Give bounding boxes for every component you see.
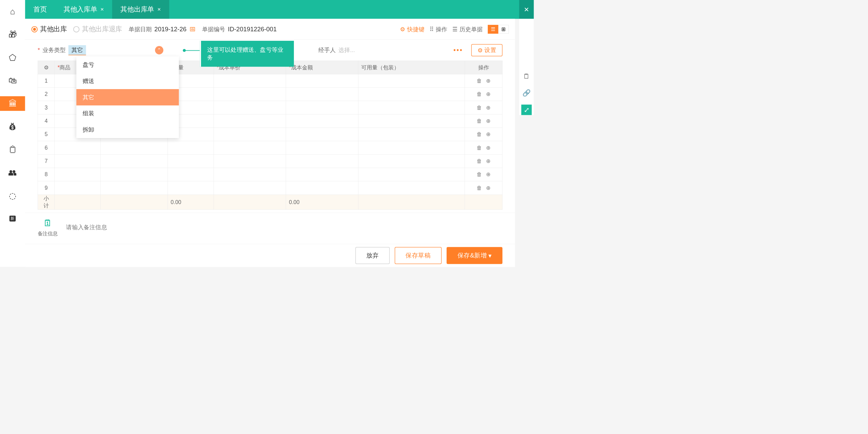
sidebar-dollar[interactable]: ⬠ <box>0 50 25 65</box>
cell-stock-unit[interactable] <box>100 181 167 195</box>
table-row[interactable]: 6🗑︎⊕ <box>38 141 502 154</box>
operation-link[interactable]: ⠿操作 <box>430 25 447 33</box>
add-icon[interactable]: ⊕ <box>486 91 491 98</box>
radio-other-out-return[interactable]: 其他出库退库 <box>73 24 122 34</box>
delete-icon[interactable]: 🗑︎ <box>477 118 482 124</box>
cell-cost-price[interactable] <box>214 74 286 87</box>
cell-cost-amount[interactable] <box>286 101 358 114</box>
radio-other-out[interactable]: 其他出库 <box>31 24 67 34</box>
cell-product[interactable] <box>54 141 100 154</box>
cell-available[interactable] <box>358 154 465 168</box>
cell-quantity[interactable] <box>168 141 214 154</box>
delete-icon[interactable]: 🗑︎ <box>477 145 482 151</box>
delete-icon[interactable]: 🗑︎ <box>477 158 482 164</box>
add-icon[interactable]: ⊕ <box>486 158 491 164</box>
delete-icon[interactable]: 🗑︎ <box>477 131 482 138</box>
dropdown-item-pankui[interactable]: 盘亏 <box>76 56 179 73</box>
cell-cost-amount[interactable] <box>286 141 358 154</box>
sidebar-sync[interactable]: ◌ <box>0 188 25 203</box>
sidebar-bag[interactable]: 🛍︎ <box>0 73 25 88</box>
biz-type-input[interactable]: 其它 <box>68 45 86 55</box>
cell-product[interactable] <box>54 168 100 181</box>
tab-home[interactable]: 首页 <box>25 0 55 19</box>
delete-icon[interactable]: 🗑︎ <box>477 91 482 98</box>
dropdown-item-zengsong[interactable]: 赠送 <box>76 73 179 89</box>
cell-cost-amount[interactable] <box>286 168 358 181</box>
cell-cost-price[interactable] <box>214 154 286 168</box>
delete-icon[interactable]: 🗑︎ <box>477 185 482 191</box>
close-icon[interactable]: × <box>157 6 161 13</box>
cell-stock-unit[interactable] <box>100 154 167 168</box>
shortcut-link[interactable]: ⚙快捷键 <box>400 25 424 33</box>
table-row[interactable]: 8🗑︎⊕ <box>38 168 502 181</box>
add-icon[interactable]: ⊕ <box>486 118 491 124</box>
gear-column-header[interactable]: ⚙ <box>38 61 54 74</box>
cell-available[interactable] <box>358 114 465 128</box>
tab-other-out[interactable]: 其他出库单× <box>112 0 169 19</box>
sidebar-warehouse[interactable]: 🏛︎ <box>0 96 25 111</box>
cell-stock-unit[interactable] <box>100 141 167 154</box>
view-grid-button[interactable]: ⊞ <box>498 25 509 34</box>
cell-cost-price[interactable] <box>214 87 286 101</box>
add-icon[interactable]: ⊕ <box>486 131 491 138</box>
view-list-button[interactable]: ☰ <box>488 25 498 34</box>
add-icon[interactable]: ⊕ <box>486 185 491 191</box>
cell-cost-amount[interactable] <box>286 114 358 128</box>
cell-quantity[interactable] <box>168 181 214 195</box>
sidebar-gift[interactable]: 🎁︎ <box>0 27 25 42</box>
more-dots-icon[interactable]: ••• <box>453 46 463 54</box>
table-row[interactable]: 7🗑︎⊕ <box>38 154 502 168</box>
cell-available[interactable] <box>358 141 465 154</box>
cell-stock-unit[interactable] <box>100 168 167 181</box>
cell-quantity[interactable] <box>168 168 214 181</box>
sidebar-home[interactable]: ⌂ <box>0 4 25 19</box>
delete-icon[interactable]: 🗑︎ <box>477 78 482 84</box>
settings-button[interactable]: ⚙设置 <box>471 44 503 56</box>
sidebar-money[interactable]: 💰︎ <box>0 119 25 134</box>
save-draft-button[interactable]: 保存草稿 <box>395 247 441 264</box>
history-link[interactable]: ☰历史单据 <box>452 25 483 33</box>
notes-input[interactable] <box>66 224 502 231</box>
add-icon[interactable]: ⊕ <box>486 78 491 84</box>
cell-cost-price[interactable] <box>214 181 286 195</box>
rail-note-icon[interactable]: 🗒︎ <box>521 71 532 82</box>
cell-cost-amount[interactable] <box>286 128 358 141</box>
cell-product[interactable] <box>54 154 100 168</box>
delete-icon[interactable]: 🗑︎ <box>477 104 482 111</box>
cell-cost-amount[interactable] <box>286 74 358 87</box>
cell-available[interactable] <box>358 168 465 181</box>
sidebar-contacts[interactable]: 👥︎ <box>0 165 25 180</box>
table-row[interactable]: 9🗑︎⊕ <box>38 181 502 195</box>
add-icon[interactable]: ⊕ <box>486 171 491 178</box>
save-new-button[interactable]: 保存&新增▾ <box>447 247 502 264</box>
handler-input[interactable]: 选择... <box>338 46 364 54</box>
cell-cost-price[interactable] <box>214 141 286 154</box>
sidebar-new[interactable]: 新 <box>0 211 25 226</box>
cell-available[interactable] <box>358 181 465 195</box>
calendar-icon[interactable]: 📅︎ <box>189 25 196 33</box>
rail-expand-icon[interactable]: ⤢ <box>521 105 532 115</box>
dropdown-item-zuzhuang[interactable]: 组装 <box>76 105 179 122</box>
cell-cost-amount[interactable] <box>286 87 358 101</box>
cell-available[interactable] <box>358 128 465 141</box>
cell-cost-price[interactable] <box>214 101 286 114</box>
delete-icon[interactable]: 🗑︎ <box>477 171 482 178</box>
cell-cost-price[interactable] <box>214 128 286 141</box>
rail-link-icon[interactable]: 🔗 <box>521 88 532 98</box>
cell-available[interactable] <box>358 101 465 114</box>
add-icon[interactable]: ⊕ <box>486 104 491 111</box>
dropdown-item-chaixie[interactable]: 拆卸 <box>76 122 179 138</box>
cell-available[interactable] <box>358 87 465 101</box>
cell-cost-amount[interactable] <box>286 181 358 195</box>
close-all-button[interactable]: × <box>519 0 534 19</box>
cell-quantity[interactable] <box>168 154 214 168</box>
dropdown-item-qita[interactable]: 其它 <box>76 89 179 105</box>
cell-cost-price[interactable] <box>214 168 286 181</box>
sidebar-report[interactable]: 📋︎ <box>0 142 25 157</box>
chevron-up-icon[interactable]: ⌃ <box>155 46 164 54</box>
discard-button[interactable]: 放弃 <box>355 247 390 264</box>
close-icon[interactable]: × <box>100 6 104 13</box>
cell-cost-amount[interactable] <box>286 154 358 168</box>
tab-other-in[interactable]: 其他入库单× <box>55 0 112 19</box>
cell-cost-price[interactable] <box>214 114 286 128</box>
